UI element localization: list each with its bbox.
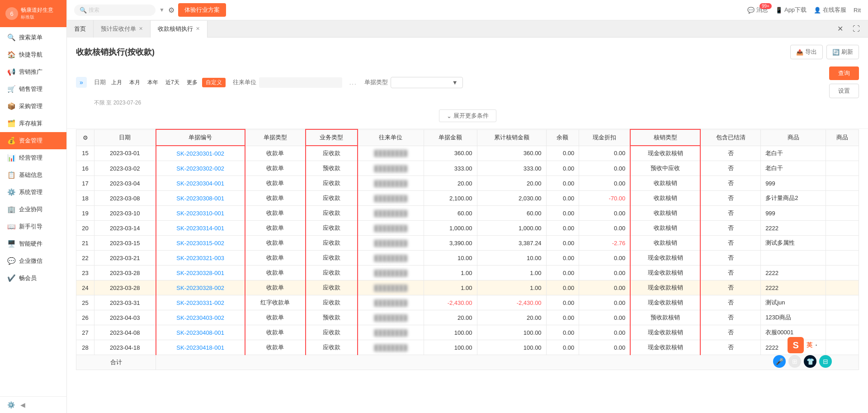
expand-window-btn[interactable]: ⛶ [850,23,863,35]
app-download-btn[interactable]: 📱 App下载 [775,6,807,14]
close-window-btn[interactable]: ✕ [834,23,846,35]
date-custom[interactable]: 自定义 [202,78,226,87]
topbar-gear-icon[interactable]: ⚙ [168,6,175,14]
refresh-icon: 🔄 [832,49,840,56]
cell-product2 [826,161,859,176]
sidebar-item-purchase[interactable]: 📦 采购管理 [0,98,66,115]
table-row: 24 2023-03-28 SK-20230328-002 收款单 应收款 ██… [76,280,859,295]
cell-biz-type: 应收款 [306,191,357,206]
messages-btn[interactable]: 💬 消息 99+ [747,6,768,14]
sidebar-item-search[interactable]: 🔍 搜索菜单 [0,29,66,46]
cell-acc-amount: 20.00 [477,310,546,325]
export-btn[interactable]: 📤 导出 [790,45,823,59]
watermark-mic-icon[interactable]: 🎤 [773,355,786,368]
watermark-shirt-icon[interactable]: 👕 [804,355,816,368]
tab-home[interactable]: 首页 [67,20,94,38]
voucher-no-link[interactable]: SK-20230315-002 [176,240,224,247]
sidebar-item-member[interactable]: ✔️ 畅会员 [0,270,66,287]
partner-input[interactable] [259,77,342,88]
col-cash-discount: 现金折扣 [579,129,631,146]
date-more[interactable]: 更多 [184,78,200,87]
date-this-month[interactable]: 本月 [127,78,143,87]
voucher-no-link[interactable]: SK-20230321-003 [176,255,224,261]
tabbar: 首页 预计应收付单 ✕ 收款核销执行 ✕ ✕ ⛶ [67,20,868,38]
date-7days[interactable]: 近7天 [163,78,182,87]
sidebar-item-finance[interactable]: 💰 资金管理 [0,132,66,149]
sidebar-item-wechat[interactable]: 💬 企业微信 [0,252,66,270]
sidebar-item-system[interactable]: ⚙️ 系统管理 [0,184,66,201]
cell-cash-discount: 0.00 [579,340,631,355]
voucher-no-link[interactable]: SK-20230328-002 [176,285,224,291]
cell-voucher-type: 收款单 [245,340,306,355]
table-row: 23 2023-03-28 SK-20230328-001 收款单 应收款 ██… [76,266,859,280]
voucher-no-link[interactable]: SK-20230310-001 [176,210,224,217]
sidebar-item-basic[interactable]: 📋 基础信息 [0,166,66,184]
setting-btn[interactable]: 设置 [829,84,859,98]
filter-expand-btn[interactable]: » [76,77,87,88]
topbar-dropdown[interactable]: ▼ [159,7,165,13]
voucher-no-link[interactable]: SK-20230418-001 [176,344,224,351]
cell-product: 999 [761,176,826,191]
voucher-no-link[interactable]: SK-20230314-001 [176,225,224,232]
settings-bottom-icon[interactable]: ⚙️ [7,401,15,408]
voucher-no-link[interactable]: SK-20230328-001 [176,270,224,276]
sidebar-item-operation[interactable]: 📊 经营管理 [0,149,66,166]
cell-amount: 20.00 [424,310,477,325]
expand-more-btn[interactable]: ⌄ 展开更多条件 [439,109,496,122]
refresh-btn[interactable]: 🔄 刷新 [826,45,859,59]
cell-voucher-type: 收款单 [245,146,306,161]
voucher-no-link[interactable]: SK-20230408-001 [176,329,224,336]
voucher-no-link[interactable]: SK-20230403-002 [176,314,224,321]
corp-icon: 🏢 [7,205,15,214]
cell-balance: 0.00 [546,325,579,340]
date-this-year[interactable]: 本年 [145,78,161,87]
tab-collection-close[interactable]: ✕ [196,26,200,32]
cell-include-cleared: 否 [700,236,761,251]
collapse-icon[interactable]: ◀ [20,401,25,408]
voucher-no-link[interactable]: SK-20230302-002 [176,165,224,172]
cell-product: 测试多属性 [761,236,826,251]
cell-partner: ████████ [358,221,424,236]
table-header-row: ⚙ 日期 单据编号 单据类型 业务类型 往来单位 单据金额 累计核销金额 余额 … [76,129,859,146]
tab-receivable-close[interactable]: ✕ [139,26,143,32]
filter-buttons: 查询 设置 [829,66,859,98]
cell-acc-amount: 60.00 [477,206,546,221]
industry-solution-btn[interactable]: 体验行业方案 [178,3,226,17]
sidebar-item-inventory[interactable]: 🗂️ 库存核算 [0,115,66,132]
voucher-no-link[interactable]: SK-20230331-002 [176,299,224,306]
watermark-app2-icon[interactable]: ⊟ [819,355,832,368]
query-btn[interactable]: 查询 [829,66,859,80]
table-body: 15 2023-03-01 SK-20230301-002 收款单 应收款 ██… [76,146,859,355]
sidebar-item-quick-nav[interactable]: 🏠 快捷导航 [0,46,66,63]
marketing-icon: 📢 [7,68,15,76]
voucher-type-select[interactable]: ▼ [391,77,463,88]
date-prev-month[interactable]: 上月 [108,78,125,87]
voucher-no-link[interactable]: SK-20230301-002 [176,150,224,157]
sidebar-logo: 6 畅康道好生意 标推版 [0,0,66,27]
topbar-right: 💬 消息 99+ 📱 App下载 👤 在线客服 Rit [747,6,861,14]
cell-cash-discount: 0.00 [579,295,631,310]
cell-acc-amount: -2,430.00 [477,295,546,310]
tab-collection-label: 收款核销执行 [158,25,193,33]
voucher-no-link[interactable]: SK-20230308-001 [176,195,224,202]
sidebar-item-sales[interactable]: 🛒 销售管理 [0,81,66,98]
cell-write-off-type: 现金收款核销 [630,295,700,310]
watermark-grid-icon[interactable]: ⊞ [788,355,801,368]
cell-biz-type: 应收款 [306,146,357,161]
sidebar-item-hardware[interactable]: 🖥️ 智能硬件 [0,235,66,252]
online-service-btn[interactable]: 👤 在线客服 [814,6,846,14]
topbar-search-box[interactable]: 🔍 搜索 [74,5,156,16]
cell-product2 [826,176,859,191]
tab-receivable[interactable]: 预计应收付单 ✕ [94,20,151,38]
voucher-no-link[interactable]: SK-20230304-001 [176,180,224,187]
sidebar-item-corp[interactable]: 🏢 企业协同 [0,201,66,218]
tab-collection[interactable]: 收款核销执行 ✕ [151,21,208,38]
sidebar-item-guide[interactable]: 📖 新手引导 [0,218,66,235]
sidebar-item-marketing[interactable]: 📢 营销推广 [0,63,66,81]
cell-include-cleared: 否 [700,280,761,295]
user-name[interactable]: Rit [854,7,861,14]
dropdown-label: ▼ [159,7,165,13]
table-row: 22 2023-03-21 SK-20230321-003 收款单 应收款 ██… [76,251,859,266]
cell-write-off-type: 现金收款核销 [630,266,700,280]
cell-voucher-no: SK-20230328-002 [156,280,245,295]
